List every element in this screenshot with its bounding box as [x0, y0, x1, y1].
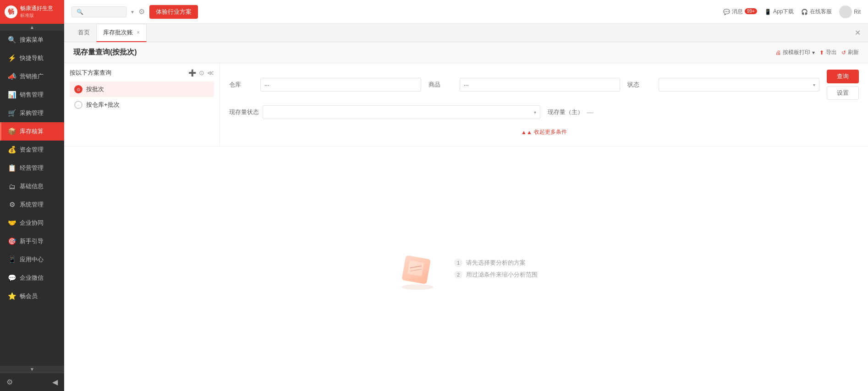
empty-state: 1 请先选择要分析的方案 2 用过滤条件来缩小分析范围 — [64, 147, 868, 391]
query-button[interactable]: 查询 — [827, 70, 859, 83]
sidebar-item-operation[interactable]: 📋 经营管理 — [0, 159, 64, 177]
printer-icon: 🖨 — [775, 49, 781, 56]
sidebar: 畅 畅康通好生意 标准版 ▲ 🔍 搜索菜单 ⚡ 快捷导航 📣 营销推广 📊 销售… — [0, 0, 64, 391]
sidebar-item-inventory[interactable]: 📦 库存核算 — [0, 122, 64, 141]
sidebar-item-finance[interactable]: 💰 资金管理 — [0, 141, 64, 159]
topbar-dropdown-icon[interactable]: ▾ — [131, 9, 134, 15]
tab-close-icon[interactable]: × — [137, 29, 140, 36]
tab-home-label: 首页 — [78, 28, 90, 37]
phone-icon: 📱 — [8, 255, 16, 264]
filter-stock-amount: 现存量（主） — — [548, 108, 859, 116]
goods-input[interactable]: ··· — [460, 78, 621, 92]
empty-tip-1: 1 请先选择要分析的方案 — [454, 259, 538, 267]
collapse-left-icon[interactable]: ≪ — [207, 69, 214, 76]
scroll-up-btn[interactable]: ▲ — [0, 24, 64, 31]
sidebar-item-shortcuts[interactable]: ⚡ 快捷导航 — [0, 49, 64, 67]
close-panel-button[interactable]: ✕ — [855, 28, 861, 37]
sidebar-item-marketing[interactable]: 📣 营销推广 — [0, 67, 64, 86]
filter-row-2: 现存量状态 ▾ 现存量（主） — — [229, 105, 859, 119]
message-icon: 💬 — [723, 9, 730, 15]
app-download-button[interactable]: 📱 App下载 — [764, 8, 794, 16]
stock-status-label: 现存量状态 — [229, 108, 259, 116]
page-actions: 🖨 按模板打印 ▾ ⬆ 导出 ↺ 刷新 — [775, 49, 859, 56]
sidebar-item-label: 采购管理 — [20, 109, 44, 117]
sidebar-item-label: 企业协同 — [20, 219, 44, 227]
sidebar-item-system[interactable]: ⚙ 系统管理 — [0, 196, 64, 214]
warehouse-input[interactable]: ··· — [260, 78, 421, 92]
scroll-down-btn[interactable]: ▼ — [0, 366, 64, 373]
svg-point-0 — [401, 284, 434, 290]
filter-status: 状态 ▾ — [627, 78, 819, 92]
sidebar-item-sales[interactable]: 📊 销售管理 — [0, 86, 64, 104]
refresh-button[interactable]: ↺ 刷新 — [841, 49, 859, 56]
collapse-conditions[interactable]: ▲▲ 收起更多条件 — [229, 125, 859, 140]
sidebar-item-purchase[interactable]: 🛒 采购管理 — [0, 104, 64, 122]
messages-badge: 99+ — [745, 8, 757, 14]
filter-actions: 查询 设置 — [827, 70, 859, 100]
main-content: 现存量查询(按批次) 🖨 按模板打印 ▾ ⬆ 导出 ↺ 刷新 — [64, 42, 868, 391]
range-separator: — — [587, 109, 593, 116]
money-icon: 💰 — [8, 146, 16, 154]
sidebar-item-basic[interactable]: 🗂 基础信息 — [0, 177, 64, 196]
collapse-up-icon: ▲▲ — [521, 129, 532, 136]
gear-icon: ⚙ — [8, 201, 16, 209]
topbar-right-actions: 💬 消息 99+ 📱 App下载 🎧 在线客服 Rit — [723, 5, 861, 18]
clipboard-icon: 📋 — [8, 164, 16, 172]
page-header: 现存量查询(按批次) 🖨 按模板打印 ▾ ⬆ 导出 ↺ 刷新 — [64, 42, 868, 63]
add-plan-button[interactable]: ➕ — [188, 69, 196, 76]
print-label: 按模板打印 — [783, 49, 810, 56]
messages-button[interactable]: 💬 消息 99+ — [723, 8, 757, 16]
filter-stock-status: 现存量状态 ▾ — [229, 105, 540, 119]
status-label: 状态 — [627, 81, 655, 89]
filter-goods: 商品 ··· — [429, 78, 621, 92]
stock-status-select[interactable]: ▾ — [263, 105, 540, 119]
tip-number-2: 2 — [454, 271, 462, 279]
stock-status-caret-icon: ▾ — [534, 110, 536, 115]
sidebar-item-label: 企业微信 — [20, 274, 44, 282]
topbar: 🔍 ▾ ⚙ 体验行业方案 💬 消息 99+ 📱 App下载 🎧 在线客服 Rit — [64, 0, 868, 24]
phone-icon: 📱 — [764, 9, 771, 15]
sidebar-item-label: 销售管理 — [20, 91, 44, 99]
sidebar-nav: 🔍 搜索菜单 ⚡ 快捷导航 📣 营销推广 📊 销售管理 🛒 采购管理 📦 库存核… — [0, 31, 64, 366]
filter-area: 按以下方案查询 ➕ ⊙ ≪ ⊙ 按批次 ○ 按仓库+批次 — [64, 63, 868, 147]
sidebar-item-wechat[interactable]: 💬 企业微信 — [0, 269, 64, 287]
sidebar-item-enterprise[interactable]: 🤝 企业协同 — [0, 214, 64, 232]
filter-left-header: 按以下方案查询 ➕ ⊙ ≪ — [70, 69, 214, 77]
print-dropdown-icon[interactable]: ▾ — [812, 49, 815, 56]
topbar-gear-icon[interactable]: ⚙ — [138, 7, 145, 16]
sidebar-item-guide[interactable]: 🎯 新手引导 — [0, 232, 64, 250]
warehouse-label: 仓库 — [229, 81, 257, 89]
print-button[interactable]: 🖨 按模板打印 ▾ — [775, 49, 815, 56]
chart-icon: 📊 — [8, 91, 16, 99]
status-select[interactable]: ▾ — [659, 78, 819, 92]
filter-warehouse: 仓库 ··· — [229, 78, 421, 92]
folder-icon: 🗂 — [8, 182, 16, 190]
tab-inventory-batch[interactable]: 库存批次账 × — [96, 24, 147, 42]
handshake-icon: 🤝 — [8, 219, 16, 227]
settings-icon[interactable]: ⚙ — [6, 378, 13, 386]
export-button[interactable]: ⬆ 导出 — [819, 49, 837, 56]
sidebar-item-appstore[interactable]: 📱 应用中心 — [0, 250, 64, 269]
messages-label: 消息 — [732, 8, 743, 16]
experience-industry-button[interactable]: 体验行业方案 — [149, 5, 198, 19]
tip-text-2: 用过滤条件来缩小分析范围 — [466, 271, 538, 279]
user-profile[interactable]: Rit — [839, 5, 861, 18]
stock-amount-label: 现存量（主） — [548, 108, 583, 116]
collapse-sidebar-icon[interactable]: ◀ — [52, 378, 58, 386]
settings-button[interactable]: 设置 — [827, 86, 859, 100]
empty-box-svg — [395, 246, 440, 292]
sidebar-header: 畅 畅康通好生意 标准版 — [0, 0, 64, 24]
plan-settings-icon[interactable]: ⊙ — [199, 69, 204, 76]
username-label: Rit — [854, 9, 861, 15]
empty-tip-2: 2 用过滤条件来缩小分析范围 — [454, 271, 538, 279]
plan-item-warehouse-batch[interactable]: ○ 按仓库+批次 — [70, 97, 214, 113]
avatar — [839, 5, 852, 18]
sidebar-item-label: 搜索菜单 — [20, 36, 44, 44]
topbar-search[interactable]: 🔍 — [71, 6, 126, 17]
tab-home[interactable]: 首页 — [71, 24, 96, 42]
plan-item-batch[interactable]: ⊙ 按批次 — [70, 81, 214, 97]
sidebar-item-member[interactable]: ⭐ 畅会员 — [0, 287, 64, 305]
online-support-button[interactable]: 🎧 在线客服 — [801, 8, 832, 16]
sidebar-item-search[interactable]: 🔍 搜索菜单 — [0, 31, 64, 49]
export-label: 导出 — [826, 49, 837, 56]
